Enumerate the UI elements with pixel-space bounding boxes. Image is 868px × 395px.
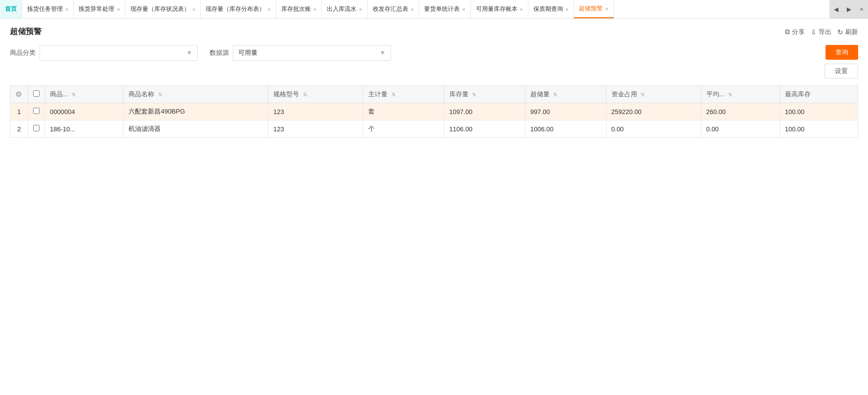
- cell-capital: 259220.00: [606, 103, 701, 120]
- row-checkbox-cell: [28, 120, 45, 138]
- nav-tab-5[interactable]: 库存批次账 ×: [276, 0, 322, 18]
- datasource-select[interactable]: 可用量 ▼: [233, 45, 391, 61]
- page-header: 超储预警 ⧉ 分享 ⇩ 导出 ↻ 刷新: [10, 27, 858, 37]
- share-icon: ⧉: [785, 28, 790, 36]
- cell-stock: 1097.00: [444, 103, 525, 120]
- close-tab-4[interactable]: ×: [267, 6, 270, 12]
- nav-tab-9[interactable]: 可用量库存账本 ×: [471, 0, 528, 18]
- th-unit[interactable]: 主计量 ⇅: [363, 86, 444, 103]
- cell-product-code: 186-10...: [45, 120, 124, 138]
- cell-overstock: 1006.00: [525, 120, 606, 138]
- sort-icon-avg: ⇅: [728, 92, 732, 97]
- sort-icon-unit: ⇅: [391, 92, 395, 97]
- category-select[interactable]: ▼: [40, 45, 198, 61]
- nav-tab-11[interactable]: 超储预警 ×: [574, 0, 613, 18]
- data-table: ⚙ 商品... ⇅ 商品名称 ⇅ 规格型号 ⇅ 主计量: [10, 85, 858, 138]
- filter-category: 商品分类 ▼: [10, 45, 198, 61]
- table-row: 2 186-10... 机油滤清器 123 个 1106.00 1006.00 …: [10, 120, 858, 138]
- datasource-label: 数据源: [210, 48, 229, 57]
- close-tab-10[interactable]: ×: [565, 6, 568, 12]
- th-avg[interactable]: 平均... ⇅: [701, 86, 780, 103]
- nav-arrow-left[interactable]: ◀: [829, 0, 842, 19]
- cell-max-stock: 100.00: [780, 120, 858, 138]
- close-tab-9[interactable]: ×: [520, 6, 523, 12]
- sort-icon-code: ⇅: [72, 92, 76, 97]
- category-label: 商品分类: [10, 48, 36, 57]
- nav-arrows: ◀ ▶ ×: [829, 0, 868, 19]
- cell-unit: 套: [363, 103, 444, 120]
- row-index: 2: [10, 120, 28, 138]
- gear-icon[interactable]: ⚙: [15, 90, 22, 98]
- datasource-value: 可用量: [238, 48, 258, 57]
- close-tab-3[interactable]: ×: [192, 6, 195, 12]
- th-product-name-label: 商品名称: [129, 90, 154, 98]
- nav-arrow-right[interactable]: ▶: [842, 0, 855, 19]
- header-actions: ⧉ 分享 ⇩ 导出 ↻ 刷新: [785, 28, 858, 37]
- close-tab-11[interactable]: ×: [605, 6, 608, 12]
- close-tab-1[interactable]: ×: [65, 6, 68, 12]
- row-index: 1: [10, 103, 28, 120]
- close-tab-5[interactable]: ×: [313, 6, 316, 12]
- page-content: 超储预警 ⧉ 分享 ⇩ 导出 ↻ 刷新 商品分类 ▼: [0, 19, 868, 395]
- filter-area: 商品分类 ▼ 数据源 可用量 ▼: [10, 45, 815, 61]
- query-button[interactable]: 查询: [825, 45, 858, 60]
- th-product-name[interactable]: 商品名称 ⇅: [124, 86, 268, 103]
- th-product-code[interactable]: 商品... ⇅: [45, 86, 124, 103]
- close-tab-7[interactable]: ×: [411, 6, 414, 12]
- th-avg-label: 平均...: [706, 90, 725, 98]
- th-stock[interactable]: 库存量 ⇅: [444, 86, 525, 103]
- th-capital[interactable]: 资金占用 ⇅: [606, 86, 701, 103]
- sort-icon-capital: ⇅: [641, 92, 645, 97]
- filter-datasource: 数据源 可用量 ▼: [210, 45, 391, 61]
- refresh-icon: ↻: [837, 28, 843, 36]
- close-tab-8[interactable]: ×: [462, 6, 465, 12]
- nav-tab-4[interactable]: 现存量（库存分布表） ×: [201, 0, 276, 18]
- export-icon: ⇩: [811, 28, 817, 36]
- chevron-down-icon-2: ▼: [380, 49, 386, 56]
- cell-max-stock: 100.00: [780, 103, 858, 120]
- th-unit-label: 主计量: [368, 90, 388, 98]
- th-stock-label: 库存量: [449, 90, 469, 98]
- export-button[interactable]: ⇩ 导出: [811, 28, 831, 37]
- nav-tab-2[interactable]: 拣货异常处理 ×: [74, 0, 125, 18]
- close-tab-2[interactable]: ×: [117, 6, 120, 12]
- table-row: 1 0000004 六配套新昌490BPG 123 套 1097.00 997.…: [10, 103, 858, 120]
- cell-capital: 0.00: [606, 120, 701, 138]
- th-overstock[interactable]: 超储量 ⇅: [525, 86, 606, 103]
- sort-icon-spec: ⇅: [303, 92, 307, 97]
- nav-tab-3[interactable]: 现存量（库存状况表） ×: [126, 0, 201, 18]
- cell-product-code: 0000004: [45, 103, 124, 120]
- row-checkbox-0[interactable]: [33, 108, 40, 114]
- th-max-stock-label: 最高库存: [785, 90, 811, 98]
- cell-unit: 个: [363, 120, 444, 138]
- page-title: 超储预警: [10, 27, 42, 37]
- nav-tab-6[interactable]: 出入库流水 ×: [322, 0, 367, 18]
- nav-arrow-close[interactable]: ×: [855, 0, 868, 19]
- refresh-button[interactable]: ↻ 刷新: [837, 28, 858, 37]
- row-checkbox-cell: [28, 103, 45, 120]
- nav-tab-10[interactable]: 保质期查询 ×: [528, 0, 574, 18]
- nav-tab-1[interactable]: 拣货任务管理 ×: [22, 0, 74, 18]
- nav-tab-home[interactable]: 首页: [0, 0, 22, 18]
- nav-tab-8[interactable]: 要货单统计表 ×: [419, 0, 471, 18]
- cell-avg: 0.00: [701, 120, 780, 138]
- th-gear: ⚙: [10, 86, 28, 103]
- cell-product-name: 机油滤清器: [124, 120, 268, 138]
- select-all-checkbox[interactable]: [33, 90, 40, 97]
- th-capital-label: 资金占用: [611, 90, 637, 98]
- settings-button[interactable]: 设置: [825, 64, 858, 79]
- top-nav: 首页 拣货任务管理 × 拣货异常处理 × 现存量（库存状况表） × 现存量（库存…: [0, 0, 868, 19]
- cell-spec: 123: [268, 120, 363, 138]
- cell-avg: 260.00: [701, 103, 780, 120]
- nav-tab-7[interactable]: 收发存汇总表 ×: [368, 0, 419, 18]
- sort-icon-name: ⇅: [158, 92, 162, 97]
- share-button[interactable]: ⧉ 分享: [785, 28, 805, 37]
- th-spec[interactable]: 规格型号 ⇅: [268, 86, 363, 103]
- sort-icon-stock: ⇅: [472, 92, 476, 97]
- close-tab-6[interactable]: ×: [359, 6, 362, 12]
- th-checkbox: [28, 86, 45, 103]
- cell-stock: 1106.00: [444, 120, 525, 138]
- row-checkbox-1[interactable]: [33, 125, 40, 131]
- th-max-stock[interactable]: 最高库存: [780, 86, 858, 103]
- table-header-row: ⚙ 商品... ⇅ 商品名称 ⇅ 规格型号 ⇅ 主计量: [10, 86, 858, 103]
